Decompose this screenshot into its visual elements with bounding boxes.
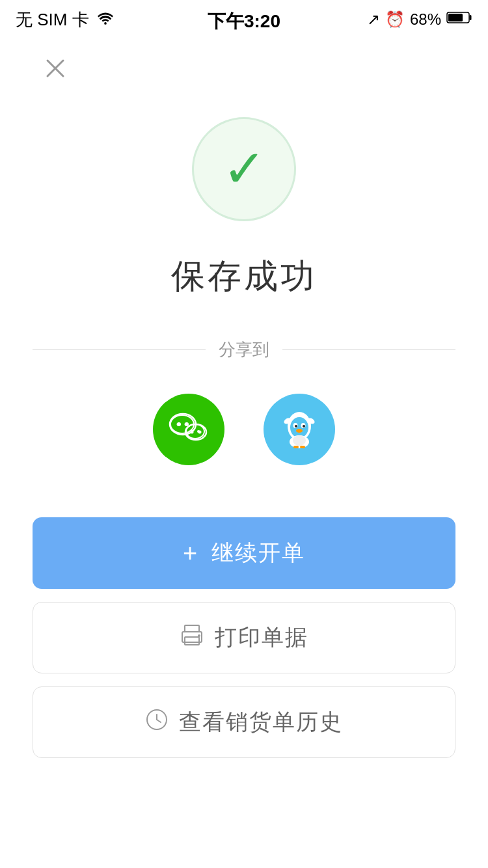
svg-rect-1 [470, 15, 472, 20]
qq-share-button[interactable] [264, 394, 335, 465]
sim-text: 无 SIM 卡 [16, 8, 89, 31]
battery-icon [446, 10, 472, 29]
checkmark-icon: ✓ [223, 143, 266, 195]
svg-point-23 [296, 429, 303, 433]
svg-line-36 [157, 720, 161, 722]
printer-icon [180, 624, 204, 651]
plus-icon: + [183, 539, 197, 567]
svg-point-16 [197, 430, 200, 433]
print-label: 打印单据 [215, 623, 308, 653]
status-bar: 无 SIM 卡 下午3:20 ↗ ⏰ 68% [0, 0, 488, 39]
success-title: 保存成功 [171, 254, 317, 299]
svg-rect-2 [448, 14, 463, 21]
svg-point-18 [290, 417, 308, 438]
svg-rect-27 [300, 446, 305, 448]
status-right: ↗ ⏰ 68% [367, 10, 472, 29]
svg-point-25 [293, 435, 306, 446]
continue-button[interactable]: + 继续开单 [33, 517, 455, 589]
location-icon: ↗ [367, 10, 380, 29]
close-button[interactable] [39, 52, 72, 85]
divider-right [282, 349, 455, 350]
svg-rect-31 [185, 625, 199, 632]
status-left: 无 SIM 卡 [16, 8, 115, 31]
main-content: ✓ 保存成功 分享到 [0, 39, 488, 784]
success-circle: ✓ [192, 117, 296, 221]
svg-rect-32 [185, 637, 199, 645]
history-label: 查看销货单历史 [179, 707, 343, 737]
action-buttons: + 继续开单 打印单据 查看销货单历史 [33, 517, 455, 758]
clock-icon [145, 708, 169, 737]
wifi-icon [96, 10, 115, 30]
alarm-icon: ⏰ [385, 10, 405, 29]
continue-label: 继续开单 [211, 538, 305, 568]
svg-point-15 [191, 430, 193, 433]
wechat-share-button[interactable] [153, 394, 224, 465]
svg-point-21 [295, 425, 297, 427]
svg-rect-26 [293, 446, 299, 448]
svg-point-22 [303, 425, 305, 427]
divider-section: 分享到 [33, 338, 455, 361]
svg-point-13 [185, 423, 188, 426]
close-icon [44, 57, 67, 80]
close-button-area [33, 52, 455, 85]
svg-point-11 [170, 415, 194, 433]
status-time: 下午3:20 [208, 9, 280, 34]
wechat-icon [167, 410, 210, 449]
share-label: 分享到 [219, 338, 269, 361]
svg-point-12 [177, 423, 180, 426]
print-button[interactable]: 打印单据 [33, 602, 455, 673]
qq-icon [278, 408, 321, 451]
svg-point-33 [198, 634, 200, 637]
battery-percent: 68% [410, 10, 441, 29]
history-button[interactable]: 查看销货单历史 [33, 686, 455, 758]
share-icons [153, 394, 335, 465]
divider-left [33, 349, 206, 350]
